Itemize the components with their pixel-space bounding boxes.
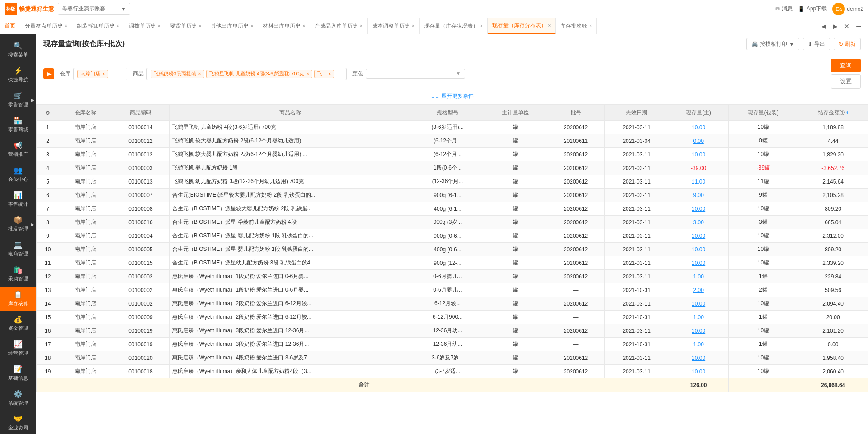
tab-diaob[interactable]: 调拨单历史 ×: [124, 18, 165, 34]
user-area[interactable]: Ea demo2: [832, 3, 863, 15]
tab-close-btn[interactable]: ✕: [841, 22, 852, 31]
tab-fenliang[interactable]: 分量盘点单历史 ×: [20, 18, 72, 34]
row-name: 惠氏启臻（Wyeth illuma）2段奶粉 爱尔兰进口 6-12月较...: [169, 297, 411, 311]
page-title: 现存量查询(按仓库+批次): [43, 39, 125, 49]
refresh-button[interactable]: ↻ 刷新: [834, 38, 861, 50]
row-qty-main[interactable]: 1.00: [669, 270, 728, 283]
sidebar-item-inventory[interactable]: 📋 库存核算: [0, 287, 36, 311]
export-label: 导出: [814, 40, 825, 48]
row-qty-pkg: 11罐: [728, 175, 798, 189]
col-warehouse: 仓库名称: [59, 105, 112, 121]
row-qty-main[interactable]: 10.00: [669, 148, 728, 161]
close-icon[interactable]: ×: [412, 24, 415, 28]
row-qty-main[interactable]: 10.00: [669, 243, 728, 256]
row-qty-main[interactable]: 10.00: [669, 121, 728, 134]
row-qty-main[interactable]: 1.00: [669, 311, 728, 324]
expand-more-button[interactable]: ⌄⌄ 展开更多条件: [43, 92, 861, 100]
sidebar-item-management[interactable]: 📈 经营管理: [0, 336, 36, 360]
warehouse-input[interactable]: 南岸门店 × ...: [73, 68, 127, 80]
product-tag-close[interactable]: ×: [306, 71, 309, 76]
sidebar-item-retail-mgmt[interactable]: 🛒 零售管理 ▶: [0, 88, 36, 112]
sidebar-item-ecommerce[interactable]: 💻 电商管理: [0, 237, 36, 261]
sidebar-item-member[interactable]: 👥 会员中心: [0, 162, 36, 186]
printer-icon: 🖨️: [751, 41, 758, 47]
settings-button[interactable]: 设置: [831, 74, 861, 89]
row-warehouse: 南岸门店: [59, 148, 112, 161]
row-spec: 0-6月婴儿...: [411, 283, 484, 297]
row-qty-main[interactable]: 10.00: [669, 365, 728, 378]
row-expiry: 2021-03-11: [604, 148, 669, 161]
product-tag-close[interactable]: ×: [328, 71, 331, 76]
row-qty-main[interactable]: 10.00: [669, 297, 728, 311]
product-input[interactable]: 飞鹤奶粉3段两提装 × 飞鹤星飞帆 儿童奶粉 4段(3-6岁适用) 700克 ×…: [146, 68, 347, 80]
warehouse-tag-close[interactable]: ×: [102, 71, 105, 76]
sidebar-item-system[interactable]: ⚙️ 系统管理: [0, 386, 36, 410]
tab-scroll-right[interactable]: ▶: [830, 22, 840, 31]
close-icon[interactable]: ×: [65, 24, 67, 28]
tab-chengben[interactable]: 成本调整单历史 ×: [368, 18, 420, 34]
color-input[interactable]: ▼: [366, 69, 465, 79]
sidebar-item-basic-info[interactable]: 📝 基础信息: [0, 361, 36, 385]
close-icon[interactable]: ×: [589, 24, 592, 28]
sidebar-item-retail-mall[interactable]: 🏪 零售商城: [0, 113, 36, 137]
sidebar-item-purchase[interactable]: 🛍️ 采购管理: [0, 262, 36, 286]
product-tag-close[interactable]: ×: [198, 71, 201, 76]
tab-menu-btn[interactable]: ☰: [853, 22, 864, 31]
col-settings[interactable]: ⚙: [37, 105, 59, 121]
row-qty-main[interactable]: 3.00: [669, 216, 728, 229]
sidebar-item-quicknav[interactable]: ⚡ 快捷导航: [0, 63, 36, 87]
print-button[interactable]: 🖨️ 按模板打印 ▼: [746, 38, 799, 50]
row-qty-main[interactable]: 10.00: [669, 351, 728, 365]
sidebar-item-enterprise[interactable]: 🤝 企业协同: [0, 411, 36, 434]
row-qty-main[interactable]: 10.00: [669, 256, 728, 270]
close-icon[interactable]: ×: [480, 24, 483, 28]
row-qty-main[interactable]: 9.00: [669, 189, 728, 202]
tab-xiancun-kuangkuang[interactable]: 现存量（库存状况表） ×: [420, 18, 488, 34]
sidebar-item-stats[interactable]: 📊 零售统计: [0, 187, 36, 211]
sidebar-item-wholesale[interactable]: 📦 批发管理 ▶: [0, 212, 36, 236]
tab-home[interactable]: 首页: [0, 18, 20, 34]
row-qty-main[interactable]: 10.00: [669, 229, 728, 243]
tab-zuzhuang[interactable]: 组装拆卸单历史 ×: [72, 18, 124, 34]
tab-yaohuo[interactable]: 要货单历史 ×: [165, 18, 207, 34]
sidebar: 🔍 搜索菜单 ⚡ 快捷导航 🛒 零售管理 ▶ 🏪 零售商城 📢 营销推广 👥 会…: [0, 34, 36, 434]
tab-scroll-left[interactable]: ◀: [819, 22, 829, 31]
tab-kupi-pici[interactable]: 库存批次账 ×: [556, 18, 597, 34]
close-icon[interactable]: ×: [360, 24, 363, 28]
close-icon[interactable]: ×: [548, 23, 551, 28]
row-qty-main[interactable]: 1.00: [669, 338, 728, 351]
row-qty-main[interactable]: 0.00: [669, 134, 728, 148]
close-icon[interactable]: ×: [199, 24, 202, 28]
tab-xiancun-fenbu[interactable]: 现存量（库存分布表） ×: [488, 18, 556, 34]
close-icon[interactable]: ×: [158, 24, 160, 28]
message-btn[interactable]: ✉ 消息: [775, 5, 793, 13]
sidebar-item-finance[interactable]: 💰 资金管理: [0, 311, 36, 335]
row-qty-main[interactable]: 10.00: [669, 202, 728, 216]
sidebar-item-search[interactable]: 🔍 搜索菜单: [0, 38, 36, 62]
org-selector[interactable]: 母婴行业演示账套 ▼: [58, 3, 130, 15]
table-container[interactable]: ⚙ 仓库名称 商品编码 商品名称 规格型号 主计量单位 批号 失效日期 现存量(…: [36, 105, 868, 434]
logo-icon: 标版: [5, 3, 17, 15]
row-qty-main[interactable]: 11.00: [669, 175, 728, 189]
sidebar-item-marketing[interactable]: 📢 营销推广: [0, 137, 36, 161]
row-no: 4: [37, 161, 59, 175]
sidebar-label: 快捷导航: [8, 76, 28, 83]
filter-toggle-button[interactable]: ▶: [43, 68, 54, 79]
close-icon[interactable]: ×: [250, 24, 253, 28]
tab-qitachuku[interactable]: 其他出库单历史 ×: [206, 18, 258, 34]
row-amount: 4.44: [798, 134, 868, 148]
export-button[interactable]: ⬇ 导出: [803, 38, 830, 50]
row-qty-main[interactable]: 2.00: [669, 283, 728, 297]
row-batch: 20200612: [547, 161, 604, 175]
close-icon[interactable]: ×: [302, 24, 305, 28]
tab-cailiao[interactable]: 材料出库单历史 ×: [258, 18, 310, 34]
product-tag-value: 飞...: [317, 71, 326, 77]
tab-chanchengpin[interactable]: 产成品入库单历史 ×: [310, 18, 368, 34]
row-qty-main[interactable]: 10.00: [669, 324, 728, 338]
search-button[interactable]: 查询: [831, 59, 861, 72]
total-row: 合计 126.00 26,968.64: [37, 378, 868, 392]
row-expiry: 2021-03-11: [604, 189, 669, 202]
app-download-btn[interactable]: 📱 App下载: [798, 5, 827, 13]
row-no: 11: [37, 256, 59, 270]
close-icon[interactable]: ×: [117, 24, 119, 28]
